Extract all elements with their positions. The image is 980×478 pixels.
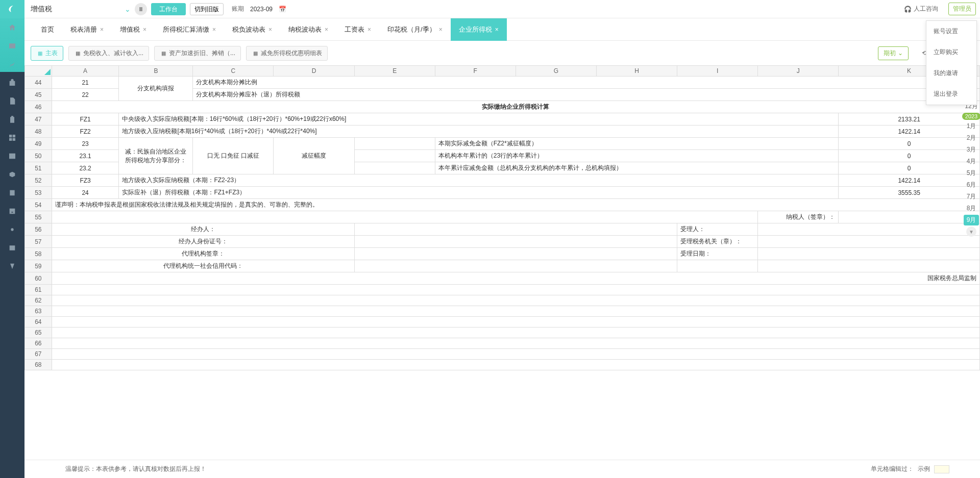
cell[interactable] [677, 260, 758, 272]
row-number[interactable]: 60 [25, 272, 52, 285]
col-header[interactable]: J [758, 66, 839, 77]
close-icon[interactable]: × [143, 26, 146, 33]
title-dropdown[interactable]: 增值税 ⌄ [29, 5, 131, 14]
row-number[interactable]: 54 [25, 199, 52, 211]
cell[interactable] [52, 295, 979, 306]
col-header[interactable]: H [596, 66, 677, 77]
cell[interactable]: 22 [52, 89, 119, 101]
cell[interactable] [354, 248, 677, 260]
period-initial-button[interactable]: 期初 ⌄ [878, 46, 909, 60]
row-number[interactable]: 59 [25, 260, 52, 272]
consult-link[interactable]: 🎧 人工咨询 [904, 5, 938, 13]
cell[interactable]: 代理机构统一社会信用代码： [52, 260, 354, 272]
tab-税表清册[interactable]: 税表清册× [62, 18, 112, 41]
tab-增值税[interactable]: 增值税× [112, 18, 155, 41]
cell[interactable]: 口无 口免征 口减征 [193, 138, 274, 174]
subtab-免税收入、减计收入...[interactable]: ▦免税收入、减计收入... [68, 46, 149, 61]
close-icon[interactable]: × [439, 26, 443, 33]
cell[interactable] [354, 150, 435, 162]
cell[interactable] [354, 236, 677, 248]
cell[interactable]: 分支机构填报 [119, 77, 193, 101]
month-item[interactable]: 8月 [965, 203, 978, 214]
row-number[interactable]: 67 [25, 349, 52, 360]
col-header[interactable]: I [677, 66, 758, 77]
cell[interactable]: 实际应补（退）所得税额（本期：FZ1+FZ3） [119, 187, 839, 199]
calendar-icon[interactable]: 📅 [279, 6, 286, 13]
close-icon[interactable]: × [100, 26, 104, 33]
cell[interactable] [52, 328, 979, 338]
cell[interactable]: 23.2 [52, 162, 119, 174]
nav-v-icon[interactable] [0, 257, 24, 275]
cell[interactable] [758, 248, 980, 260]
tab-工资表[interactable]: 工资表× [336, 18, 379, 41]
row-number[interactable]: 46 [25, 101, 52, 113]
cell[interactable]: 分支机构本期分摊比例 [193, 77, 980, 89]
cell[interactable]: 受理人： [677, 223, 758, 236]
col-header[interactable]: E [354, 66, 435, 77]
row-number[interactable]: 55 [25, 211, 52, 223]
row-number[interactable]: 65 [25, 328, 52, 338]
subtab-资产加速折旧、摊销（...[interactable]: ▦资产加速折旧、摊销（... [154, 46, 241, 61]
row-number[interactable]: 45 [25, 89, 52, 101]
row-number[interactable]: 58 [25, 248, 52, 260]
col-header[interactable]: F [435, 66, 516, 77]
subtab-主表[interactable]: ▦主表 [31, 46, 63, 61]
cell[interactable]: 受理日期： [677, 248, 758, 260]
admin-button[interactable]: 管理员 [948, 3, 976, 15]
cell[interactable] [354, 260, 677, 272]
row-number[interactable]: 49 [25, 138, 52, 150]
cell[interactable] [52, 306, 979, 317]
close-icon[interactable]: × [495, 26, 499, 33]
tab-印花税（月/季）[interactable]: 印花税（月/季）× [379, 18, 451, 41]
row-number[interactable]: 53 [25, 187, 52, 199]
nav-box-icon[interactable] [0, 165, 24, 184]
col-header[interactable]: C [193, 66, 274, 77]
nav-home-icon[interactable] [0, 18, 24, 37]
nav-doc-icon[interactable] [0, 92, 24, 110]
cell[interactable]: 受理税务机关（章）： [677, 236, 758, 248]
cell[interactable]: 地方级收入实际应纳税额（本期：FZ2-23） [119, 174, 839, 187]
nav-export-icon[interactable] [0, 184, 24, 202]
cell[interactable] [52, 317, 979, 328]
cell[interactable] [52, 349, 979, 360]
close-icon[interactable]: × [368, 26, 371, 33]
nav-settings-icon[interactable] [0, 220, 24, 239]
cell[interactable]: 0 [839, 162, 980, 174]
cell[interactable] [839, 211, 980, 223]
cell[interactable] [52, 338, 979, 349]
cell[interactable] [758, 260, 980, 272]
tab-首页[interactable]: 首页 [33, 18, 62, 41]
cell[interactable]: 国家税务总局监制 [52, 272, 979, 285]
close-icon[interactable]: × [212, 26, 216, 33]
row-number[interactable]: 48 [25, 125, 52, 138]
cell[interactable]: 2133.21 [839, 113, 980, 125]
nav-bag-icon[interactable] [0, 73, 24, 92]
month-item[interactable]: 7月 [965, 191, 978, 202]
month-item[interactable]: 5月 [965, 168, 978, 179]
cell[interactable]: 1422.14 [839, 125, 980, 138]
cell[interactable]: 实际缴纳企业所得税计算 [52, 101, 979, 113]
nav-card-icon[interactable] [0, 37, 24, 55]
cell[interactable]: 分支机构本期分摊应补（退）所得税额 [193, 89, 980, 101]
month-item[interactable]: 2月 [965, 133, 978, 143]
close-icon[interactable]: × [268, 26, 272, 33]
month-item[interactable]: 6月 [965, 180, 978, 190]
row-number[interactable]: 66 [25, 338, 52, 349]
month-item[interactable]: 9月 [964, 215, 979, 225]
nav-table-icon[interactable] [0, 147, 24, 165]
cell[interactable]: FZ3 [52, 174, 119, 187]
row-number[interactable]: 68 [25, 360, 52, 370]
cell[interactable]: 减：民族自治地区企业所得税地方分享部分： [119, 138, 193, 174]
cell[interactable]: 23.1 [52, 150, 119, 162]
info-button[interactable] [135, 3, 147, 15]
nav-grid-icon[interactable] [0, 129, 24, 147]
row-number[interactable]: 62 [25, 295, 52, 306]
cell[interactable] [52, 211, 757, 223]
cell[interactable]: 经办人身份证号： [52, 236, 354, 248]
month-item[interactable]: 3月 [965, 144, 978, 155]
spreadsheet-area[interactable]: A B C D E F G H I J K 4421分支机构填报分支机构本期分摊… [24, 65, 980, 460]
cell[interactable] [354, 223, 677, 236]
cell[interactable] [758, 223, 980, 236]
row-number[interactable]: 64 [25, 317, 52, 328]
nav-chart-icon[interactable] [0, 55, 24, 73]
